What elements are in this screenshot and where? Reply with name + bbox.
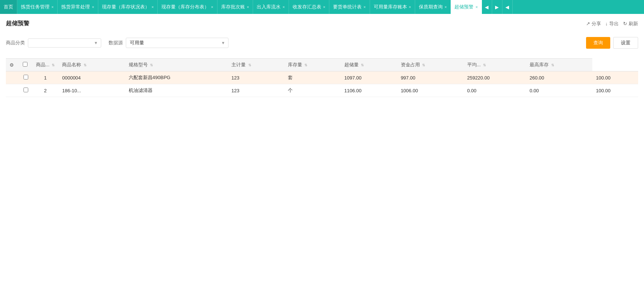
row-number: 2 xyxy=(32,84,58,97)
col-capital-label: 资金占用 xyxy=(401,62,420,67)
row-spec: 123 xyxy=(228,84,284,97)
datasource-label: 数据源 xyxy=(109,40,123,46)
row-capital: 0.00 xyxy=(464,84,526,97)
nav-pick-abnormal[interactable]: 拣货异常处理 × xyxy=(58,0,98,14)
col-spec: 规格型号 ⇅ xyxy=(125,59,228,71)
page-header: 超储预警 ↗ 分享 ↓ 导出 ↻ 刷新 xyxy=(6,20,638,27)
row-stock: 1106.00 xyxy=(341,84,397,97)
col-checkbox xyxy=(19,59,32,71)
nav-overstock-warning[interactable]: 超储预警 × xyxy=(451,0,482,14)
row-maxstock: 100.00 xyxy=(592,84,638,97)
close-icon[interactable]: × xyxy=(92,5,94,9)
sort-icon[interactable]: ⇅ xyxy=(551,63,554,67)
row-checkbox[interactable] xyxy=(23,88,28,92)
category-label: 商品分类 xyxy=(6,40,25,46)
close-icon[interactable]: × xyxy=(444,5,447,9)
col-code-label: 商品... xyxy=(36,62,50,67)
sort-icon[interactable]: ⇅ xyxy=(304,63,307,67)
row-settings-cell xyxy=(6,84,19,97)
export-button[interactable]: ↓ 导出 xyxy=(605,21,619,27)
row-capital: 259220.00 xyxy=(464,71,526,84)
nav-collect-summary[interactable]: 收发存汇总表 × xyxy=(289,0,329,14)
col-maxstock: 最高库存 ⇅ xyxy=(526,59,592,71)
row-stock: 1097.00 xyxy=(341,71,397,84)
share-icon: ↗ xyxy=(586,21,590,26)
page-title: 超储预警 xyxy=(6,20,29,27)
col-avg: 平均... ⇅ xyxy=(464,59,526,71)
sort-icon[interactable]: ⇅ xyxy=(361,63,364,67)
filter-bar: 商品分类 ▼ 数据源 可用量 ▼ 查询 设置 xyxy=(6,33,638,52)
sort-icon[interactable]: ⇅ xyxy=(52,63,55,67)
col-capital: 资金占用 ⇅ xyxy=(397,59,464,71)
nav-stock-dist[interactable]: 现存量（库存分布表） × xyxy=(158,0,217,14)
category-value xyxy=(31,40,33,46)
col-stock-label: 库存量 xyxy=(288,62,302,67)
col-unit: 主计量 ⇅ xyxy=(228,59,284,71)
row-checkbox-cell xyxy=(19,84,32,97)
close-icon[interactable]: × xyxy=(323,5,325,9)
share-button[interactable]: ↗ 分享 xyxy=(586,21,601,27)
row-number: 1 xyxy=(32,71,58,84)
query-button[interactable]: 查询 xyxy=(586,37,610,49)
col-name-label: 商品名称 xyxy=(62,62,81,67)
nav-available-book[interactable]: 可用量库存账本 × xyxy=(370,0,415,14)
filter-actions: 查询 设置 xyxy=(586,37,638,49)
datasource-select[interactable]: 可用量 ▼ xyxy=(126,38,228,48)
settings-button[interactable]: 设置 xyxy=(613,37,638,49)
sort-icon[interactable]: ⇅ xyxy=(422,63,425,67)
close-icon[interactable]: × xyxy=(409,5,411,9)
row-name: 六配套新昌490BPG xyxy=(125,71,228,84)
sort-icon[interactable]: ⇅ xyxy=(483,63,486,67)
top-nav: 首页 拣货任务管理 × 拣货异常处理 × 现存量（库存状况表） × 现存量（库存… xyxy=(0,0,644,14)
col-name: 商品名称 ⇅ xyxy=(58,59,125,71)
nav-requisition-stats[interactable]: 要货单统计表 × xyxy=(329,0,370,14)
row-checkbox[interactable] xyxy=(23,75,28,79)
nav-prev-arrow[interactable]: ◀ xyxy=(482,0,492,14)
nav-expand-arrow[interactable]: ◀ xyxy=(502,0,513,14)
col-spec-label: 规格型号 xyxy=(129,62,148,67)
nav-home[interactable]: 首页 xyxy=(0,0,17,14)
row-avg: 260.00 xyxy=(526,71,592,84)
nav-stock-batch[interactable]: 库存批次账 × xyxy=(217,0,253,14)
table-row: 1 0000004 六配套新昌490BPG 123 套 1097.00 997.… xyxy=(6,71,638,84)
col-stock: 库存量 ⇅ xyxy=(284,59,341,71)
category-filter-group: 商品分类 ▼ xyxy=(6,38,101,48)
row-maxstock: 100.00 xyxy=(592,71,638,84)
row-name: 机油滤清器 xyxy=(125,84,228,97)
gear-icon[interactable]: ⚙ xyxy=(10,62,14,68)
chevron-down-icon: ▼ xyxy=(221,41,225,45)
refresh-button[interactable]: ↻ 刷新 xyxy=(623,21,638,27)
nav-inout-flow[interactable]: 出入库流水 × xyxy=(253,0,289,14)
nav-quality-query[interactable]: 保质期查询 × xyxy=(415,0,451,14)
sort-icon[interactable]: ⇅ xyxy=(248,63,251,67)
row-overstock: 1006.00 xyxy=(397,84,464,97)
export-icon: ↓ xyxy=(605,21,608,26)
nav-stock-status[interactable]: 现存量（库存状况表） × xyxy=(98,0,158,14)
nav-pick-task[interactable]: 拣货任务管理 × xyxy=(17,0,58,14)
close-icon[interactable]: × xyxy=(211,5,213,9)
close-icon[interactable]: × xyxy=(151,5,154,9)
row-unit: 个 xyxy=(284,84,341,97)
close-icon[interactable]: × xyxy=(51,5,54,9)
row-spec: 123 xyxy=(228,71,284,84)
row-checkbox-cell xyxy=(19,71,32,84)
sort-icon[interactable]: ⇅ xyxy=(84,63,87,67)
table-row: 2 186-10... 机油滤清器 123 个 1106.00 1006.00 … xyxy=(6,84,638,97)
refresh-icon: ↻ xyxy=(623,21,627,26)
category-select[interactable]: ▼ xyxy=(28,38,101,48)
col-settings: ⚙ xyxy=(6,59,19,71)
col-avg-label: 平均... xyxy=(467,62,481,67)
close-icon[interactable]: × xyxy=(363,5,366,9)
row-avg: 0.00 xyxy=(526,84,592,97)
select-all-checkbox[interactable] xyxy=(23,62,28,67)
close-icon[interactable]: × xyxy=(247,5,249,9)
header-actions: ↗ 分享 ↓ 导出 ↻ 刷新 xyxy=(586,21,638,27)
close-icon[interactable]: × xyxy=(282,5,285,9)
datasource-value: 可用量 xyxy=(130,40,144,46)
data-table: ⚙ 商品... ⇅ 商品名称 ⇅ 规格型号 ⇅ 主计量 xyxy=(6,58,638,97)
main-content: 超储预警 ↗ 分享 ↓ 导出 ↻ 刷新 商品分类 ▼ 数据源 xyxy=(0,14,644,293)
nav-next-arrow[interactable]: ▶ xyxy=(492,0,502,14)
sort-icon[interactable]: ⇅ xyxy=(150,63,153,67)
row-code: 186-10... xyxy=(58,84,125,97)
close-icon[interactable]: × xyxy=(475,5,477,9)
